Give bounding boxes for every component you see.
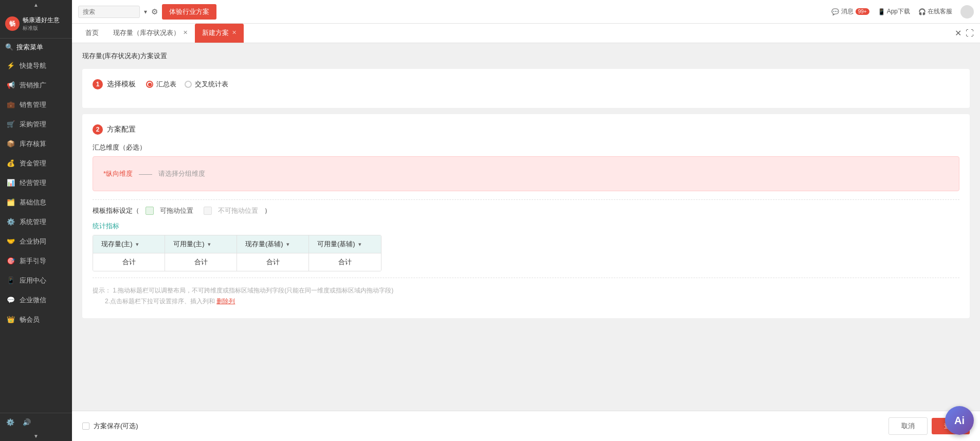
stats-row-cell-1: 合计: [165, 253, 237, 271]
header-dropdown-arrow-3[interactable]: ▾: [358, 241, 361, 248]
radio-cross-label: 交叉统计表: [195, 80, 228, 89]
dropdown-arrow-icon: ▾: [144, 8, 147, 15]
sidebar-label-operations: 经营管理: [20, 178, 46, 188]
sidebar-logo: 畅 畅康通好生意 标准版: [0, 10, 72, 39]
new-scheme-tab-label: 新建方案: [202, 28, 229, 38]
sidebar-icon-newbie: 🎯: [6, 256, 15, 266]
page-title: 现存量(库存状况表)方案设置: [82, 51, 970, 61]
app-name: 畅康通好生意: [23, 16, 60, 25]
sidebar-scroll-down[interactable]: ▼: [0, 431, 72, 441]
ai-bubble[interactable]: Ai: [945, 406, 974, 435]
tab-new-scheme[interactable]: 新建方案 ✕: [195, 24, 244, 43]
sidebar-item-finance[interactable]: 💰 资金管理: [0, 154, 72, 173]
header-dropdown-arrow-0[interactable]: ▾: [136, 241, 139, 248]
sidebar: ▲ 畅 畅康通好生意 标准版 🔍 搜索菜单 ⚡ 快捷导航 📢 营销推广 💼 销售…: [0, 0, 72, 441]
tab-inventory-close[interactable]: ✕: [183, 29, 188, 36]
topbar-gear-icon[interactable]: ⚙: [151, 7, 158, 16]
sidebar-icon-enterprise: 🤝: [6, 237, 15, 246]
tab-new-scheme-close[interactable]: ✕: [232, 29, 237, 36]
sidebar-icon-inventory: 📦: [6, 139, 15, 149]
sidebar-search[interactable]: 🔍 搜索菜单: [0, 39, 72, 56]
sidebar-icon-basic: 🗂️: [6, 198, 15, 207]
search-icon: 🔍: [5, 43, 13, 51]
stats-header-3[interactable]: 可用量(基辅)▾: [309, 235, 381, 253]
sidebar-label-quick-nav: 快捷导航: [20, 61, 46, 70]
sidebar-icon-wechat: 💬: [6, 296, 15, 305]
radio-summary-circle: [146, 81, 153, 88]
topbar-messages[interactable]: 💬 消息 99+: [831, 7, 869, 16]
sidebar-scroll-up[interactable]: ▲: [0, 0, 72, 10]
sidebar-search-label: 搜索菜单: [16, 43, 43, 52]
section1-header: 1 选择模板 汇总表 交叉统计表: [93, 79, 959, 89]
sidebar-item-basic[interactable]: 🗂️ 基础信息: [0, 193, 72, 212]
stats-table: 现存量(主)▾可用量(主)▾现存量(基辅)▾可用量(基辅)▾ 合计合计合计合计: [93, 235, 382, 271]
topbar-app-download[interactable]: 📱 App下载: [878, 7, 910, 16]
section1-panel: 1 选择模板 汇总表 交叉统计表: [82, 69, 970, 108]
topbar-online-service[interactable]: 🎧 在线客服: [918, 7, 952, 16]
settings-icon[interactable]: ⚙️: [6, 418, 14, 426]
sidebar-icon-marketing: 📢: [6, 81, 15, 90]
save-scheme-checkbox[interactable]: [82, 422, 89, 430]
sidebar-icon-app-center: 📱: [6, 276, 15, 285]
draggable-label: 可拖动位置: [160, 206, 193, 215]
tip1: 提示： 1.拖动标题栏可以调整布局，不可跨维度或指标区域拖动列字段(只能在同一维…: [93, 286, 959, 295]
sidebar-item-inventory[interactable]: 📦 库存核算: [0, 134, 72, 154]
sidebar-icon-member: 👑: [6, 315, 15, 324]
stats-header-label-0: 现存量(主): [101, 240, 133, 249]
sidebar-item-operations[interactable]: 📊 经营管理: [0, 173, 72, 193]
stats-header-2[interactable]: 现存量(基辅)▾: [237, 235, 309, 253]
draggable-indicator-badge: [146, 207, 154, 215]
radio-cross-circle: [185, 81, 192, 88]
topbar-search-input[interactable]: [78, 6, 140, 18]
stats-header-label-3: 可用量(基辅): [317, 240, 355, 249]
sidebar-item-wechat[interactable]: 💬 企业微信: [0, 290, 72, 310]
divider1: [93, 199, 959, 200]
tab-inventory[interactable]: 现存量（库存状况表） ✕: [106, 24, 195, 43]
service-label: 在线客服: [928, 7, 952, 16]
sidebar-item-app-center[interactable]: 📱 应用中心: [0, 271, 72, 290]
sidebar-item-marketing[interactable]: 📢 营销推广: [0, 76, 72, 95]
tip1-text: 1.拖动标题栏可以调整布局，不可跨维度或指标区域拖动列字段(只能在同一维度或指标…: [113, 287, 393, 294]
sidebar-label-app-center: 应用中心: [20, 276, 46, 285]
section1-num: 1: [93, 79, 103, 89]
sidebar-label-basic: 基础信息: [20, 198, 46, 207]
sidebar-bottom: ⚙️ 🔊: [0, 413, 72, 431]
stats-table-row: 合计合计合计合计: [93, 253, 381, 271]
sidebar-item-enterprise[interactable]: 🤝 企业协同: [0, 232, 72, 251]
stats-header-1[interactable]: 可用量(主)▾: [165, 235, 237, 253]
sidebar-label-sales: 销售管理: [20, 100, 46, 109]
mobile-icon: 📱: [878, 8, 885, 15]
sidebar-item-system[interactable]: ⚙️ 系统管理: [0, 212, 72, 232]
topbar-dropdown[interactable]: ▾: [144, 8, 147, 15]
sidebar-label-finance: 资金管理: [20, 159, 46, 168]
sidebar-item-purchase[interactable]: 🛒 采购管理: [0, 115, 72, 134]
dimension-box[interactable]: *纵向维度 —— 请选择分组维度: [93, 156, 959, 191]
user-avatar: [960, 5, 974, 19]
trial-btn[interactable]: 体验行业方案: [162, 4, 216, 20]
app-version: 标准版: [23, 25, 60, 32]
radio-summary[interactable]: 汇总表: [146, 80, 176, 89]
header-dropdown-arrow-2[interactable]: ▾: [286, 241, 289, 248]
sidebar-icon-sales: 💼: [6, 100, 15, 109]
expand-window-btn[interactable]: ⛶: [966, 29, 974, 38]
topbar-user[interactable]: [960, 5, 974, 19]
sidebar-item-newbie[interactable]: 🎯 新手引导: [0, 251, 72, 271]
stats-section-title: 统计指标: [93, 222, 959, 231]
sidebar-item-quick-nav[interactable]: ⚡ 快捷导航: [0, 56, 72, 76]
not-draggable-indicator-badge: [204, 207, 212, 215]
stats-header-label-1: 可用量(主): [173, 240, 205, 249]
sidebar-label-enterprise: 企业协同: [20, 237, 46, 246]
sidebar-item-sales[interactable]: 💼 销售管理: [0, 95, 72, 115]
stats-header-0[interactable]: 现存量(主)▾: [93, 235, 165, 253]
stats-row-cell-3: 合计: [309, 253, 381, 271]
sidebar-item-member[interactable]: 👑 畅会员: [0, 310, 72, 329]
header-dropdown-arrow-1[interactable]: ▾: [208, 241, 211, 248]
cancel-btn[interactable]: 取消: [888, 417, 928, 435]
tips-prefix: 提示：: [93, 287, 111, 294]
speaker-icon[interactable]: 🔊: [23, 418, 31, 426]
main-content: ▾ ⚙ 体验行业方案 💬 消息 99+ 📱 App下载 🎧 在线客服: [72, 0, 980, 441]
not-draggable-label: 不可拖动位置: [218, 206, 258, 215]
tab-home[interactable]: 首页: [78, 24, 106, 43]
radio-cross[interactable]: 交叉统计表: [185, 80, 228, 89]
close-window-btn[interactable]: ✕: [955, 28, 961, 38]
